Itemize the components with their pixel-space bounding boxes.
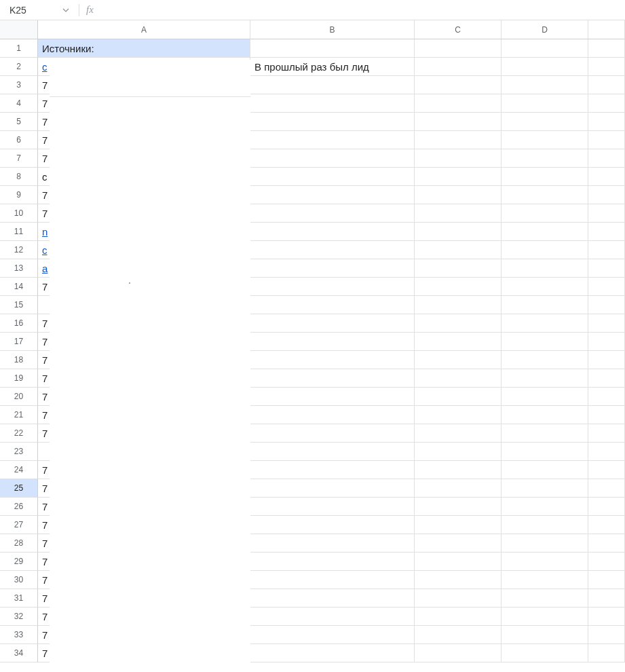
cell[interactable] — [250, 424, 415, 443]
cell[interactable] — [588, 571, 625, 589]
cell[interactable] — [501, 278, 588, 296]
cell[interactable] — [588, 259, 625, 278]
row-header[interactable]: 17 — [0, 333, 38, 351]
column-header-E[interactable] — [588, 20, 625, 39]
cell[interactable] — [415, 296, 501, 314]
cell[interactable] — [415, 388, 501, 406]
cell[interactable] — [250, 131, 415, 149]
cell[interactable] — [588, 406, 625, 424]
row-header[interactable]: 34 — [0, 644, 38, 662]
cell[interactable] — [415, 351, 501, 369]
cell[interactable]: 7 — [38, 314, 250, 333]
cell[interactable]: 7 — [38, 76, 250, 94]
row-header[interactable]: 11 — [0, 223, 38, 241]
cell[interactable]: 7 — [38, 278, 250, 296]
cell[interactable] — [250, 149, 415, 168]
cell[interactable]: c — [38, 168, 250, 186]
cell[interactable] — [250, 76, 415, 94]
cell[interactable] — [588, 351, 625, 369]
cell[interactable] — [415, 553, 501, 571]
cell[interactable]: 7 — [38, 534, 250, 553]
row-header[interactable]: 10 — [0, 204, 38, 223]
cell[interactable] — [415, 259, 501, 278]
cell[interactable] — [250, 589, 415, 608]
cell[interactable]: 7 — [38, 406, 250, 424]
cell[interactable] — [588, 186, 625, 204]
cell[interactable]: 7 — [38, 369, 250, 388]
cell[interactable] — [588, 443, 625, 461]
cell[interactable] — [588, 58, 625, 76]
row-header[interactable]: 12 — [0, 241, 38, 259]
cell[interactable] — [415, 186, 501, 204]
cell[interactable] — [588, 461, 625, 479]
cell[interactable] — [588, 94, 625, 113]
cell[interactable] — [501, 39, 588, 58]
cell[interactable] — [250, 241, 415, 259]
column-header-C[interactable]: C — [415, 20, 501, 39]
cell[interactable] — [501, 131, 588, 149]
cell[interactable]: Источники: — [38, 39, 250, 58]
row-header[interactable]: 24 — [0, 461, 38, 479]
cell[interactable] — [501, 314, 588, 333]
cell[interactable] — [501, 479, 588, 498]
cell[interactable] — [501, 553, 588, 571]
cell[interactable] — [415, 223, 501, 241]
cell[interactable] — [501, 241, 588, 259]
cell[interactable] — [415, 644, 501, 662]
cell[interactable] — [250, 94, 415, 113]
cell[interactable] — [250, 333, 415, 351]
row-header[interactable]: 5 — [0, 113, 38, 131]
cell[interactable]: 7 — [38, 553, 250, 571]
cell[interactable] — [501, 113, 588, 131]
cell[interactable]: c — [38, 58, 250, 76]
cell[interactable] — [501, 589, 588, 608]
cell[interactable] — [501, 516, 588, 534]
cell[interactable] — [588, 131, 625, 149]
cell[interactable] — [501, 608, 588, 626]
cell[interactable] — [250, 644, 415, 662]
cell[interactable] — [415, 516, 501, 534]
cell[interactable] — [501, 76, 588, 94]
cell[interactable] — [501, 443, 588, 461]
cell[interactable] — [588, 241, 625, 259]
select-all-corner[interactable] — [0, 20, 38, 39]
cell[interactable] — [588, 424, 625, 443]
cell[interactable] — [250, 296, 415, 314]
cell[interactable] — [588, 589, 625, 608]
cell[interactable] — [501, 406, 588, 424]
row-header[interactable]: 29 — [0, 553, 38, 571]
cell[interactable]: В прошлый раз был лид — [250, 58, 415, 76]
cell[interactable] — [250, 443, 415, 461]
cell[interactable] — [588, 39, 625, 58]
cell[interactable] — [588, 76, 625, 94]
row-header[interactable]: 9 — [0, 186, 38, 204]
cell[interactable] — [501, 571, 588, 589]
cell[interactable]: 7 — [38, 626, 250, 644]
cell[interactable] — [250, 571, 415, 589]
cell[interactable]: 7 — [38, 608, 250, 626]
row-header[interactable]: 23 — [0, 443, 38, 461]
cell[interactable] — [415, 113, 501, 131]
row-header[interactable]: 2 — [0, 58, 38, 76]
cell[interactable] — [250, 39, 415, 58]
cell[interactable] — [588, 149, 625, 168]
cell[interactable]: 7 — [38, 461, 250, 479]
cell[interactable] — [38, 296, 250, 314]
cell[interactable] — [415, 424, 501, 443]
cell[interactable]: 7 — [38, 589, 250, 608]
cell[interactable] — [501, 223, 588, 241]
row-header[interactable]: 15 — [0, 296, 38, 314]
row-header[interactable]: 1 — [0, 39, 38, 58]
cell[interactable] — [415, 534, 501, 553]
cell[interactable]: 7 — [38, 131, 250, 149]
cell[interactable] — [415, 369, 501, 388]
cell[interactable]: 7 — [38, 186, 250, 204]
row-header[interactable]: 27 — [0, 516, 38, 534]
cell[interactable] — [501, 461, 588, 479]
cell[interactable] — [250, 369, 415, 388]
cell[interactable] — [250, 204, 415, 223]
cell[interactable]: 7 — [38, 149, 250, 168]
row-header[interactable]: 26 — [0, 498, 38, 516]
cell[interactable] — [588, 204, 625, 223]
cell[interactable] — [501, 149, 588, 168]
